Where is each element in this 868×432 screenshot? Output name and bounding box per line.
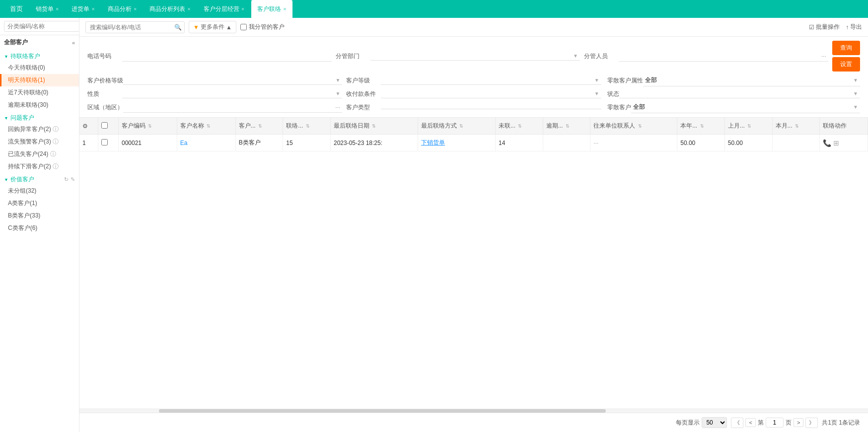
sort-icon-year[interactable]: ⇅	[700, 124, 704, 129]
nav-close-customer-contact[interactable]: ×	[283, 6, 286, 12]
sort-icon-last-month[interactable]: ⇅	[747, 124, 751, 129]
nav-item-purchase[interactable]: 进货单 ×	[66, 0, 100, 18]
price-level-down-arrow: ▼	[335, 77, 340, 83]
query-button[interactable]: 查询	[832, 41, 860, 55]
my-customers-checkbox-label[interactable]: 我分管的客户	[240, 23, 285, 31]
nav-item-customer-contact[interactable]: 客户联络 ×	[251, 0, 292, 18]
sort-icon-last-date[interactable]: ⇅	[372, 124, 376, 129]
main-search-icon[interactable]: 🔍	[174, 24, 182, 31]
col-last-method: 最后联络方式 ⇅	[418, 118, 496, 135]
nav-close-purchase[interactable]: ×	[91, 6, 94, 12]
sidebar-all-customers[interactable]: 全部客户 «	[0, 35, 79, 50]
scrollbar-area[interactable]	[79, 409, 868, 413]
sidebar-item-overdue[interactable]: 逾期未联络(30)	[0, 99, 79, 111]
filter-retail-customer-label: 零散客户	[607, 103, 631, 112]
filter-payment-select[interactable]: ▼	[381, 89, 601, 98]
page-size-select-wrap: 每页显示 50 100 200	[676, 417, 727, 428]
main-search-input[interactable]	[85, 21, 185, 33]
top-nav: 首页 销货单 × 进货单 × 商品分析 × 商品分析列表 × 客户分层经营 × …	[0, 0, 868, 18]
sidebar-item-ungroup[interactable]: 未分组(32)	[0, 185, 79, 197]
sidebar-item-today[interactable]: 今天待联络(0)	[0, 62, 79, 74]
row-actions: 📞 ⊞	[820, 135, 868, 151]
row-uncontact: 14	[495, 135, 543, 151]
nav-close-sales[interactable]: ×	[56, 6, 59, 12]
sidebar-item-b-class[interactable]: B类客户(33)	[0, 210, 79, 222]
sort-icon-name[interactable]: ⇅	[207, 124, 211, 129]
sort-icon-this-month[interactable]: ⇅	[795, 124, 799, 129]
row-select-checkbox[interactable]	[101, 139, 108, 145]
nav-item-sales[interactable]: 销货单 ×	[30, 0, 65, 18]
sidebar-item-a-class[interactable]: A类客户(1)	[0, 197, 79, 210]
sidebar-item-lost[interactable]: 已流失客户(24) ⓘ	[0, 148, 79, 160]
nav-close-analysis[interactable]: ×	[134, 6, 137, 12]
sidebar-item-tomorrow[interactable]: 明天待联络(1)	[0, 74, 79, 86]
sort-icon-uncontact[interactable]: ⇅	[518, 124, 522, 129]
filter-customer-type-select[interactable]	[381, 106, 601, 109]
filter-phone-input[interactable]	[122, 51, 332, 62]
page-size-select[interactable]: 50 100 200	[702, 417, 727, 428]
sort-icon-contact-person[interactable]: ⇅	[638, 124, 642, 129]
value-refresh-icon[interactable]: ↻	[64, 176, 69, 183]
my-customers-checkbox[interactable]	[240, 24, 247, 30]
nav-item-home[interactable]: 首页	[4, 0, 29, 18]
sidebar-item-abnormal[interactable]: 回购异常客户(2) ⓘ	[0, 123, 79, 136]
filter-phone: 电话号码	[87, 51, 332, 62]
sort-icon-contact[interactable]: ⇅	[306, 124, 310, 129]
col-checkbox[interactable]	[98, 118, 118, 135]
more-conditions-btn[interactable]: ▼ 更多条件 ▲	[189, 21, 236, 33]
filter-dept-select[interactable]: ▼	[370, 52, 580, 61]
select-all-checkbox[interactable]	[101, 122, 108, 129]
action-icons: 📞 ⊞	[823, 139, 865, 147]
sidebar-search-input[interactable]	[4, 21, 79, 32]
nav-close-customer-tier[interactable]: ×	[241, 6, 244, 12]
filter-status-select[interactable]: ▼	[619, 89, 860, 98]
value-edit-icon[interactable]: ✎	[71, 176, 75, 183]
batch-ops-btn[interactable]: ☑ 批量操作	[809, 23, 840, 31]
row-contact-count: 15	[283, 135, 331, 151]
prev-page-btn[interactable]: <	[745, 418, 755, 427]
col-settings[interactable]: ⚙	[79, 118, 98, 135]
search-wrap: 🔍	[85, 21, 185, 33]
filter-customer-level-select[interactable]: ▼	[381, 76, 601, 85]
nav-item-analysis[interactable]: 商品分析 ×	[102, 0, 143, 18]
sidebar-section-value[interactable]: 价值客户 ↻ ✎	[0, 173, 79, 185]
first-page-btn[interactable]: 《	[731, 418, 743, 428]
filter-actions: 查询 设置	[832, 41, 860, 72]
filter-price-level: 客户价格等级 ▼	[87, 76, 342, 85]
filter-retail-attr-select[interactable]: 全部 ▼	[643, 74, 860, 86]
col-this-month: 本月... ⇅	[772, 118, 820, 135]
grid-icon[interactable]: ⊞	[833, 139, 839, 147]
row-last-method[interactable]: 下销货单	[418, 135, 496, 151]
sidebar-search-wrap: 🔍	[0, 18, 79, 35]
sort-icon-last-method[interactable]: ⇅	[459, 124, 463, 129]
filter-price-level-select[interactable]: ▼	[123, 76, 342, 85]
settings-button[interactable]: 设置	[832, 57, 860, 72]
sidebar-section-pending[interactable]: 待联络客户	[0, 50, 79, 62]
nav-item-customer-tier[interactable]: 客户分层经营 ×	[198, 0, 250, 18]
sidebar-item-warning[interactable]: 流失预警客户(3) ⓘ	[0, 136, 79, 148]
export-btn[interactable]: ↑ 导出	[846, 23, 862, 31]
sort-icon-type[interactable]: ⇅	[258, 124, 262, 129]
scrollbar-thumb[interactable]	[159, 409, 606, 413]
sort-icon-code[interactable]: ⇅	[148, 124, 152, 129]
sidebar-item-c-class[interactable]: C类客户(6)	[0, 222, 79, 234]
sidebar-section-problem[interactable]: 问题客户	[0, 111, 79, 123]
nav-item-analysis-list[interactable]: 商品分析列表 ×	[144, 0, 196, 18]
col-name: 客户名称 ⇅	[177, 118, 235, 135]
last-page-btn[interactable]: 》	[805, 418, 818, 428]
call-icon[interactable]: 📞	[823, 139, 831, 147]
filter-gender-select[interactable]: ▼	[122, 89, 342, 98]
page-number-input[interactable]	[766, 418, 784, 428]
sort-icon-overdue[interactable]: ⇅	[566, 124, 570, 129]
filter-retail-customer-select[interactable]: 全部 ▼	[631, 101, 860, 113]
filter-region-input[interactable]: ···	[123, 102, 342, 113]
filter-manager-input[interactable]: ···	[619, 51, 828, 62]
filter-region: 区域（地区） ···	[87, 102, 342, 113]
retail-attr-down-arrow: ▼	[853, 77, 858, 83]
next-page-btn[interactable]: >	[794, 418, 803, 427]
sidebar-item-7days[interactable]: 近7天待联络(0)	[0, 86, 79, 99]
last-method-link[interactable]: 下销货单	[421, 139, 445, 146]
row-checkbox[interactable]	[98, 135, 118, 151]
nav-close-analysis-list[interactable]: ×	[187, 6, 190, 12]
sidebar-item-declining[interactable]: 持续下滑客户(2) ⓘ	[0, 160, 79, 173]
